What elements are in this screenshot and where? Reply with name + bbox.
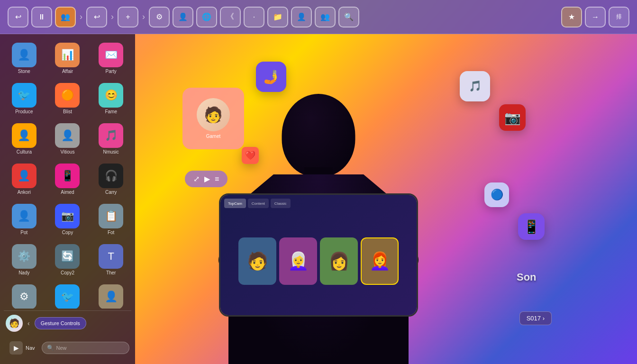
- expand-icon[interactable]: ⤢: [193, 174, 200, 183]
- search-toolbar-btn[interactable]: 🔍: [338, 7, 359, 27]
- app-label-party: Party: [105, 69, 116, 74]
- s017-button[interactable]: S017 ›: [519, 311, 552, 325]
- app-grid: 👤Stone📊Affair✉️Party🐦Produce🟠Blist😊Fame👤…: [4, 40, 131, 309]
- separator-2: ›: [111, 12, 114, 22]
- app-item-fot[interactable]: 📋Fot: [91, 201, 131, 238]
- app-item-live[interactable]: 🐦Live: [47, 282, 88, 309]
- app-item-nmusic[interactable]: 🎵Nmusic: [91, 120, 131, 158]
- tablet-avatars: 🧑👩‍🦳👩👩‍🦰: [224, 211, 413, 311]
- sidebar-bottom: 🧑 ‹ Gesture Controls: [4, 310, 131, 336]
- son-text: Son: [517, 271, 537, 283]
- app-item-party[interactable]: ✉️Party: [91, 40, 131, 77]
- app-item-fobs[interactable]: 👤Fobs: [91, 282, 131, 309]
- tablet-top-bar: TopCamContentClassic: [224, 199, 413, 208]
- app-item-ankori[interactable]: 👤Ankori: [4, 161, 45, 198]
- forward-button[interactable]: →: [585, 7, 606, 27]
- tablet-tab-topcam[interactable]: TopCam: [224, 199, 246, 208]
- profile-mini-icon[interactable]: 🧑: [6, 315, 23, 332]
- pause-button[interactable]: ⏸: [31, 7, 52, 27]
- app-item-blist[interactable]: 🟠Blist: [47, 80, 88, 118]
- settings-icon[interactable]: ≡: [215, 175, 219, 183]
- sidebar: 👤Stone📊Affair✉️Party🐦Produce🟠Blist😊Fame👤…: [0, 34, 135, 364]
- tablet-avatar-3[interactable]: 👩‍🦰: [361, 237, 399, 285]
- floating-icon-1: 🤳: [256, 62, 286, 92]
- app-icon-aimed: 📱: [55, 164, 80, 188]
- app-item-cultura[interactable]: 👤Cultura: [4, 120, 45, 158]
- app-item-produce[interactable]: 🐦Produce: [4, 80, 45, 118]
- star-button[interactable]: ★: [561, 7, 582, 27]
- tablet-tab-content[interactable]: Content: [248, 199, 269, 208]
- group-icon-btn[interactable]: 👥: [315, 7, 336, 27]
- app-label-nady: Nady: [18, 270, 29, 276]
- app-label-carry: Carry: [105, 190, 117, 195]
- app-icon-produce: 🐦: [12, 83, 36, 108]
- folder-icon-btn[interactable]: 📁: [267, 7, 288, 27]
- app-item-nady[interactable]: ⚙️Nady: [4, 241, 45, 279]
- nav-item[interactable]: ▶ Nav: [6, 337, 39, 358]
- app-icon-ankori: 👤: [12, 164, 36, 188]
- app-icon-blist: 🟠: [55, 83, 80, 108]
- tablet-screen: TopCamContentClassic 🧑👩‍🦳👩👩‍🦰: [220, 195, 417, 315]
- app-icon-copy: 📷: [55, 204, 80, 228]
- app-item-carry[interactable]: 🎧Carry: [91, 161, 131, 198]
- gesture-label: Gesture Controls: [41, 320, 80, 326]
- app-item-ther[interactable]: TTher: [91, 241, 131, 279]
- person-icon-btn[interactable]: 👤: [291, 7, 312, 27]
- app-label-cultura: Cultura: [17, 149, 32, 155]
- avatar-card: 🧑 Garnet: [182, 88, 244, 149]
- floating-icon-2: 🎵: [460, 71, 490, 101]
- app-item-aimed[interactable]: 📱Aimed: [47, 161, 88, 198]
- search-input[interactable]: [56, 345, 94, 351]
- gesture-controls-button[interactable]: Gesture Controls: [35, 317, 86, 329]
- tablet-tab-classic[interactable]: Classic: [271, 199, 291, 208]
- controls-bar: ⤢ ▶ ≡: [185, 171, 228, 187]
- app-item-copy[interactable]: 📷Copy: [47, 201, 88, 238]
- floating-icon-6: 📱: [518, 213, 545, 240]
- chevron-icon: ‹: [27, 319, 30, 327]
- people-button[interactable]: 👥: [55, 7, 76, 27]
- tablet-avatar-1[interactable]: 👩‍🦳: [279, 237, 317, 285]
- app-item-copy2[interactable]: 🔄Copy2: [47, 241, 88, 279]
- search-bar[interactable]: 🔍: [42, 342, 129, 354]
- globe-icon-btn[interactable]: 🌐: [196, 7, 217, 27]
- sort-button[interactable]: 排: [609, 7, 629, 27]
- app-label-fot: Fot: [108, 230, 114, 236]
- app-item-stone[interactable]: 👤Stone: [4, 40, 45, 77]
- app-icon-affair: 📊: [55, 43, 80, 67]
- app-item-pot[interactable]: 👤Pot: [4, 201, 45, 238]
- app-icon-carry: 🎧: [99, 164, 123, 188]
- app-label-copy2: Copy2: [61, 270, 74, 276]
- app-icon-fobs: 👤: [99, 284, 123, 309]
- app-label-pot: Pot: [20, 230, 27, 236]
- app-label-affair: Affair: [62, 69, 73, 74]
- plus-button[interactable]: +: [118, 7, 138, 27]
- app-icon-fame: 😊: [99, 83, 123, 108]
- app-label-produce: Produce: [15, 109, 33, 115]
- dot-icon-btn[interactable]: ·: [244, 7, 264, 27]
- tablet-avatar-2[interactable]: 👩: [320, 237, 358, 285]
- app-icon-nady: ⚙️: [12, 244, 36, 269]
- app-icon-stone: 👤: [12, 43, 36, 67]
- arrows-icon-btn[interactable]: 《: [220, 7, 241, 27]
- share-button[interactable]: ↩: [86, 7, 107, 27]
- floating-icon-4: ❤️: [242, 147, 259, 164]
- app-icon-cultura: 👤: [12, 123, 36, 148]
- play-icon[interactable]: ▶: [204, 174, 210, 183]
- avatar-label: Garnet: [206, 134, 221, 139]
- app-item-fame[interactable]: 😊Fame: [91, 80, 131, 118]
- app-icon-live: 🐦: [55, 284, 80, 309]
- app-label-nmusic: Nmusic: [103, 149, 118, 155]
- floating-icon-5: 🔵: [484, 182, 509, 207]
- app-item-elen[interactable]: ⚙Elen: [4, 282, 45, 309]
- settings-icon-btn[interactable]: ⚙: [149, 7, 170, 27]
- floating-icon-3: 📷: [499, 104, 526, 131]
- silhouette-head: [282, 94, 355, 177]
- avatar-face: 🧑: [197, 98, 230, 131]
- back-button[interactable]: ↩: [8, 7, 28, 27]
- user-icon-btn[interactable]: 👤: [173, 7, 193, 27]
- app-item-affair[interactable]: 📊Affair: [47, 40, 88, 77]
- separator-3: ›: [142, 12, 145, 22]
- app-icon-ther: T: [99, 244, 123, 269]
- tablet-avatar-0[interactable]: 🧑: [238, 237, 276, 285]
- app-item-vitious[interactable]: 👤Vitious: [47, 120, 88, 158]
